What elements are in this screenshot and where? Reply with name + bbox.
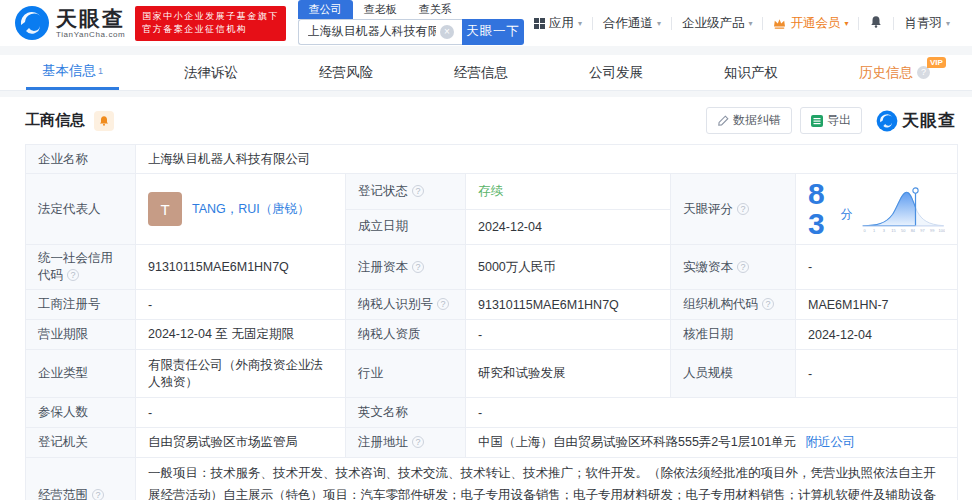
field-label: 登记机关 [26, 428, 136, 458]
org-code-value: MAE6M1HN-7 [796, 290, 958, 320]
business-scope-value: 一般项目：技术服务、技术开发、技术咨询、技术交流、技术转让、技术推广；软件开发。… [136, 458, 958, 500]
search-area: 查公司 查老板 查关系 × 天眼一下 [298, 2, 524, 45]
tianyancha-logo[interactable]: 天眼查 TianYanCha.com [14, 5, 125, 41]
nav-notifications[interactable] [859, 15, 893, 32]
score-unit: 分 [841, 206, 853, 223]
nav-enterprise-products[interactable]: 企业级产品 ▾ [672, 15, 763, 32]
reg-address-cell: 中国（上海）自由贸易试验区环科路555弄2号1层101单元 附近公司 [466, 428, 958, 458]
field-label: 英文名称 [346, 398, 466, 428]
section-title: 工商信息 [25, 111, 85, 130]
vip-badge: VIP [927, 57, 946, 68]
info-icon[interactable]: ? [737, 261, 749, 273]
nav-user-menu[interactable]: 肖青羽 ▾ [894, 15, 960, 32]
clear-search-icon[interactable]: × [440, 25, 454, 39]
field-label: 实缴资本? [671, 245, 796, 290]
excel-export-icon [811, 115, 823, 127]
apps-grid-icon [534, 18, 545, 29]
data-correction-button[interactable]: 数据纠错 [706, 107, 792, 134]
reg-status-value: 存续 [466, 174, 671, 210]
tianyancha-swirl-icon [14, 5, 50, 41]
insured-count-value: - [136, 398, 346, 428]
info-icon[interactable]: ? [762, 298, 774, 310]
field-label: 人员规模 [671, 350, 796, 398]
export-button[interactable]: 导出 [800, 107, 862, 134]
tab-company-development[interactable]: 公司发展 [573, 55, 659, 90]
nav-apps[interactable]: 应用 ▾ [524, 15, 592, 32]
svg-text:84: 84 [910, 228, 915, 233]
table-row: 企业类型 有限责任公司（外商投资企业法人独资） 行业 研究和试验发展 人员规模 … [26, 350, 958, 398]
nav-partner-channel[interactable]: 合作通道 ▾ [593, 15, 671, 32]
brand-name: 天眼查 [56, 8, 125, 29]
business-info-card: 工商信息 数据纠错 导出 天眼查 [0, 97, 972, 500]
paid-capital-value: - [796, 245, 958, 290]
tab-history-info[interactable]: VIP 历史信息 ? [843, 55, 946, 90]
tab-basic-info[interactable]: 基本信息1 [26, 55, 119, 90]
field-label: 注册地址? [346, 428, 466, 458]
avatar[interactable]: T [148, 192, 182, 226]
field-label: 工商注册号 [26, 290, 136, 320]
legal-rep-link[interactable]: TANG，RUI（唐锐） [192, 201, 310, 218]
search-button[interactable]: 天眼一下 [462, 19, 524, 45]
info-icon[interactable]: ? [412, 436, 424, 448]
info-icon[interactable]: ? [412, 261, 424, 273]
svg-text:3: 3 [882, 228, 885, 233]
svg-text:0: 0 [863, 228, 866, 233]
table-row: 登记机关 自由贸易试验区市场监管局 注册地址? 中国（上海）自由贸易试验区环科路… [26, 428, 958, 458]
info-icon[interactable]: ? [92, 489, 104, 500]
tab-intellectual-property[interactable]: 知识产权 [708, 55, 794, 90]
staff-size-value: - [796, 350, 958, 398]
info-icon[interactable]: ? [737, 203, 749, 215]
company-section-tabs: 基本信息1 法律诉讼 经营风险 经营信息 公司发展 知识产权 VIP 历史信息 … [0, 55, 972, 91]
score-bell-curve-chart: 0 1 3 15 50 84 97 99 100 [861, 182, 945, 236]
bell-icon [869, 15, 883, 32]
chevron-down-icon: ▾ [578, 19, 582, 28]
svg-text:50: 50 [901, 228, 906, 233]
reg-authority-value: 自由贸易试验区市场监管局 [136, 428, 346, 458]
field-label: 成立日期 [346, 209, 466, 245]
subscribe-bell-icon[interactable] [94, 111, 114, 131]
tab-legal-litigation[interactable]: 法律诉讼 [168, 55, 254, 90]
field-label: 法定代表人 [26, 174, 136, 245]
brand-domain: TianYanCha.com [56, 31, 125, 39]
watermark-logo: 天眼查 [876, 109, 956, 132]
nearby-companies-link[interactable]: 附近公司 [806, 435, 856, 449]
field-label: 纳税人资质 [346, 320, 466, 350]
chevron-down-icon: ▾ [946, 19, 950, 28]
search-tab-boss[interactable]: 查老板 [353, 0, 408, 19]
tianyancha-swirl-icon [876, 110, 898, 132]
tab-business-info[interactable]: 经营信息 [438, 55, 524, 90]
field-label: 行业 [346, 350, 466, 398]
tab-business-risk[interactable]: 经营风险 [303, 55, 389, 90]
svg-text:100: 100 [938, 228, 945, 233]
info-icon[interactable]: ? [437, 298, 449, 310]
establish-date-value: 2024-12-04 [466, 209, 671, 245]
table-row: 参保人数 - 英文名称 - [26, 398, 958, 428]
search-input[interactable] [298, 19, 462, 45]
search-tab-company[interactable]: 查公司 [298, 0, 353, 19]
table-row: 营业期限 2024-12-04 至 无固定期限 纳税人资质 - 核准日期 202… [26, 320, 958, 350]
field-label: 统一社会信用代码? [26, 245, 136, 290]
taxpayer-quality-value: - [466, 320, 671, 350]
info-icon[interactable]: ? [67, 269, 79, 281]
field-label: 参保人数 [26, 398, 136, 428]
top-header: 天眼查 TianYanCha.com 国家中小企业发展子基金旗下 官方备案企业征… [0, 0, 972, 46]
business-info-table: 企业名称 上海纵目机器人科技有限公司 法定代表人 T TANG，RUI（唐锐） … [25, 144, 958, 500]
tyc-score-cell[interactable]: 83 分 [796, 174, 958, 245]
nav-open-vip[interactable]: 开通会员 ▾ [763, 15, 858, 32]
english-name-value: - [466, 398, 958, 428]
field-label: 纳税人识别号? [346, 290, 466, 320]
search-tab-relation[interactable]: 查关系 [408, 0, 463, 19]
top-nav: 应用 ▾ 合作通道 ▾ 企业级产品 ▾ 开通会员 ▾ 肖青羽 [524, 15, 960, 32]
field-label: 企业名称 [26, 145, 136, 174]
tab-count: 1 [98, 66, 103, 76]
field-label: 经营范围? [26, 458, 136, 500]
chevron-down-icon: ▾ [657, 19, 661, 28]
svg-text:97: 97 [920, 228, 924, 233]
chevron-down-icon: ▾ [844, 19, 848, 28]
crown-icon [773, 18, 786, 29]
search-tabs: 查公司 查老板 查关系 [298, 2, 524, 19]
taxpayer-id-value: 91310115MAE6M1HN7Q [466, 290, 671, 320]
field-label: 登记状态? [346, 174, 466, 210]
info-icon[interactable]: ? [412, 185, 424, 197]
reg-capital-value: 5000万人民币 [466, 245, 671, 290]
